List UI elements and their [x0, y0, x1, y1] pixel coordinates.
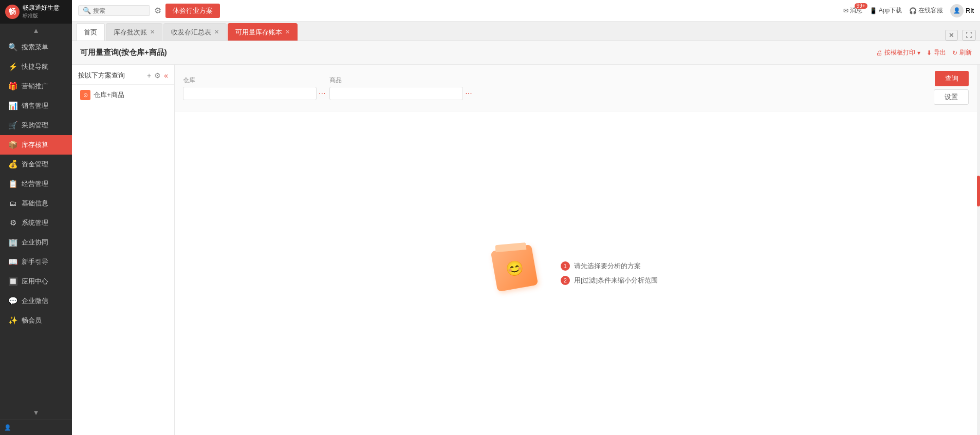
hint-item-1: 1 请先选择要分析的方案	[561, 261, 658, 271]
sidebar: 畅 畅康通好生意 标准版 ▲ 🔍 搜索菜单 ⚡ 快捷导航 🎁 营销推广 📊 销售…	[0, 0, 72, 435]
sidebar-item-operations[interactable]: 📋 经营管理	[0, 174, 72, 194]
print-icon: 🖨	[876, 49, 882, 56]
tab-summary-close[interactable]: ✕	[214, 29, 219, 35]
sidebar-footer-user: 👤	[4, 424, 11, 431]
refresh-btn[interactable]: ↻ 刷新	[952, 48, 972, 57]
goods-more-btn[interactable]: ···	[465, 89, 472, 98]
filter-collapse-btn[interactable]: «	[164, 71, 168, 80]
system-icon: ⚙	[8, 218, 17, 228]
empty-hints: 1 请先选择要分析的方案 2 用[过滤]条件来缩小分析范围	[561, 261, 658, 285]
headset-icon: 🎧	[909, 7, 917, 14]
tab-close-all-btn[interactable]: ✕	[945, 30, 958, 41]
filter-item-warehouse-goods[interactable]: ⊙ 仓库+商品	[72, 85, 174, 105]
tabbar-right: ✕ ⛶	[299, 30, 980, 41]
tab-available[interactable]: 可用量库存账本 ✕	[228, 23, 298, 41]
warehouse-input[interactable]	[183, 87, 317, 100]
page-title: 可用量查询(按仓库+商品)	[80, 48, 167, 58]
phone-icon: 📱	[870, 7, 877, 14]
box-face-icon: 😊	[504, 258, 525, 278]
refresh-icon: ↻	[952, 49, 957, 56]
filter-panel-title: 按以下方案查询	[78, 71, 125, 80]
tabbar: 首页 库存批次账 ✕ 收发存汇总表 ✕ 可用量库存账本 ✕ ✕ ⛶	[72, 22, 980, 41]
topbar-search-icon: 🔍	[83, 7, 91, 14]
topbar-search-box[interactable]: 🔍	[78, 5, 150, 16]
search-bar: 仓库 ··· 商品 ··· 查询	[175, 65, 977, 111]
main-area: 🔍 ⚙ 体验行业方案 ✉ 消息 99+ 📱 App下载 🎧 在线客服 👤 Rit	[72, 0, 980, 435]
filter-settings-btn[interactable]: ⚙	[154, 71, 161, 80]
main-content: 仓库 ··· 商品 ··· 查询	[175, 65, 977, 435]
sidebar-item-member[interactable]: ✨ 畅会员	[0, 311, 72, 330]
topbar-search-input[interactable]	[93, 7, 144, 14]
tab-summary[interactable]: 收发存汇总表 ✕	[163, 23, 227, 41]
sidebar-item-finance[interactable]: 💰 资金管理	[0, 155, 72, 174]
sidebar-item-newbie[interactable]: 📖 新手引导	[0, 252, 72, 272]
page-header: 可用量查询(按仓库+商品) 🖨 按模板打印 ▾ ⬇ 导出 ↻ 刷新	[72, 41, 980, 65]
hint-text-1: 请先选择要分析的方案	[574, 261, 641, 271]
message-btn[interactable]: ✉ 消息 99+	[843, 6, 862, 15]
sidebar-footer: 👤	[0, 420, 72, 435]
tab-available-close[interactable]: ✕	[285, 29, 290, 35]
app-download-btn[interactable]: 📱 App下载	[870, 6, 902, 15]
print-template-btn[interactable]: 🖨 按模板打印 ▾	[876, 48, 920, 57]
query-btn[interactable]: 查询	[935, 71, 969, 86]
tab-batch-close[interactable]: ✕	[150, 29, 155, 35]
sidebar-item-enterprise[interactable]: 🏢 企业协同	[0, 233, 72, 252]
member-icon: ✨	[8, 316, 17, 325]
app-title: 畅康通好生意	[23, 4, 60, 12]
sidebar-scroll-down[interactable]: ▼	[0, 406, 72, 420]
user-name: Rit	[966, 7, 974, 14]
content-area: 按以下方案查询 + ⚙ « ⊙ 仓库+商品 仓库	[72, 65, 980, 435]
message-badge: 99+	[855, 3, 867, 9]
app-logo: 畅	[5, 5, 20, 19]
finance-icon: 💰	[8, 160, 17, 169]
warehouse-more-btn[interactable]: ···	[319, 89, 325, 98]
goods-label: 商品	[329, 76, 472, 85]
filter-panel-actions: + ⚙ «	[147, 71, 168, 80]
tab-home[interactable]: 首页	[76, 23, 105, 41]
sidebar-item-marketing[interactable]: 🎁 营销推广	[0, 77, 72, 96]
warehouse-field: 仓库 ···	[183, 76, 325, 100]
sidebar-item-search[interactable]: 🔍 搜索菜单	[0, 37, 72, 57]
marketing-icon: 🎁	[8, 82, 17, 91]
app-subtitle: 标准版	[23, 12, 60, 20]
tab-batch[interactable]: 库存批次账 ✕	[106, 23, 162, 41]
sidebar-scroll-area: 🔍 搜索菜单 ⚡ 快捷导航 🎁 营销推广 📊 销售管理 🛒 采购管理 📦 库存核…	[0, 37, 72, 406]
field-settings-btn[interactable]: 设置	[934, 89, 969, 105]
empty-box-illustration: 😊	[491, 244, 539, 292]
message-icon: ✉	[843, 7, 848, 14]
user-btn[interactable]: 👤 Rit	[950, 4, 974, 17]
sidebar-scroll-up[interactable]: ▲	[0, 24, 72, 37]
export-btn[interactable]: ⬇ 导出	[927, 48, 946, 57]
topbar: 🔍 ⚙ 体验行业方案 ✉ 消息 99+ 📱 App下载 🎧 在线客服 👤 Rit	[72, 0, 980, 22]
hint-item-2: 2 用[过滤]条件来缩小分析范围	[561, 276, 658, 285]
sidebar-item-purchase[interactable]: 🛒 采购管理	[0, 116, 72, 135]
sidebar-item-shortcut[interactable]: ⚡ 快捷导航	[0, 57, 72, 77]
empty-image: 😊	[494, 248, 545, 299]
filter-panel-header: 按以下方案查询 + ⚙ «	[72, 71, 174, 85]
sidebar-item-sales[interactable]: 📊 销售管理	[0, 96, 72, 116]
search-nav-icon: 🔍	[8, 43, 17, 52]
sidebar-item-app-center[interactable]: 🔲 应用中心	[0, 272, 72, 291]
shortcut-icon: ⚡	[8, 62, 17, 71]
purchase-icon: 🛒	[8, 121, 17, 130]
sidebar-item-wechat[interactable]: 💬 企业微信	[0, 291, 72, 311]
right-scrollbar[interactable]	[977, 65, 980, 435]
sidebar-item-system[interactable]: ⚙ 系统管理	[0, 213, 72, 233]
trial-btn[interactable]: 体验行业方案	[165, 4, 220, 18]
topbar-gear-icon[interactable]: ⚙	[154, 6, 161, 15]
sidebar-item-basic[interactable]: 🗂 基础信息	[0, 194, 72, 213]
search-group: 仓库 ··· 商品 ···	[183, 76, 923, 100]
operations-icon: 📋	[8, 179, 17, 188]
sidebar-item-inventory[interactable]: 📦 库存核算	[0, 135, 72, 155]
page-header-actions: 🖨 按模板打印 ▾ ⬇ 导出 ↻ 刷新	[876, 48, 972, 57]
filter-add-btn[interactable]: +	[147, 71, 151, 80]
goods-input[interactable]	[329, 87, 463, 100]
wechat-icon: 💬	[8, 296, 17, 306]
user-avatar-small: 👤	[4, 424, 11, 431]
hint-num-2: 2	[561, 276, 570, 285]
online-service-btn[interactable]: 🎧 在线客服	[909, 6, 943, 15]
hint-num-1: 1	[561, 261, 570, 271]
filter-panel: 按以下方案查询 + ⚙ « ⊙ 仓库+商品	[72, 65, 175, 435]
tab-expand-btn[interactable]: ⛶	[962, 30, 976, 41]
hint-text-2: 用[过滤]条件来缩小分析范围	[574, 276, 658, 285]
